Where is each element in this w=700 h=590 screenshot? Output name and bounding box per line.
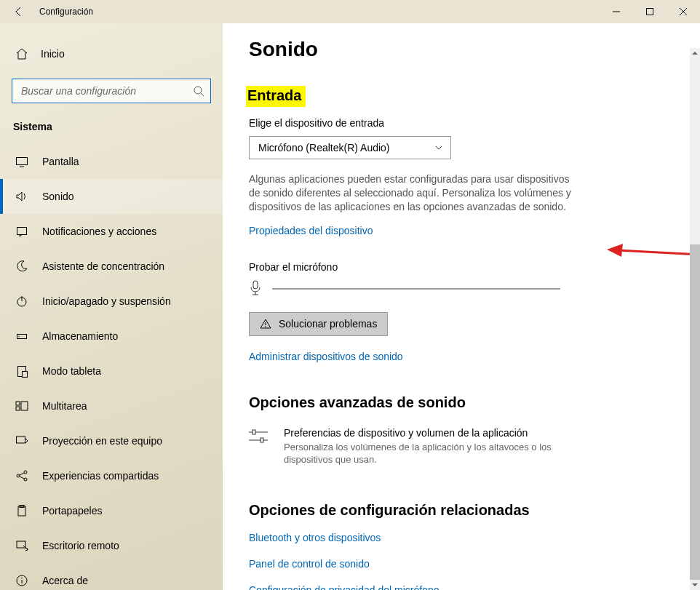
section-heading-advanced: Opciones avanzadas de sonido (249, 394, 674, 411)
power-icon (15, 294, 29, 308)
mic-privacy-link[interactable]: Configuración de privacidad del micrófon… (249, 584, 674, 590)
sidebar-item-escritorio-remoto[interactable]: Escritorio remoto (0, 528, 223, 563)
sidebar-item-almacenamiento[interactable]: Almacenamiento (0, 319, 223, 354)
search-wrap (12, 79, 211, 103)
manage-devices-link[interactable]: Administrar dispositivos de sonido (249, 351, 674, 362)
titlebar: Configuración (0, 0, 700, 23)
close-button[interactable] (667, 0, 700, 23)
sidebar-item-asistente[interactable]: Asistente de concentración (0, 249, 223, 284)
page-title: Sonido (249, 38, 674, 61)
page: Sonido Entrada Elige el dispositivo de e… (223, 23, 700, 590)
input-note: Algunas aplicaciones pueden estar config… (249, 172, 572, 214)
svg-rect-14 (23, 372, 28, 378)
minimize-button[interactable] (600, 0, 633, 23)
input-device-select[interactable]: Micrófono (Realtek(R) Audio) (249, 136, 451, 159)
sidebar-item-label: Portapapeles (42, 505, 103, 517)
project-icon (15, 434, 29, 448)
svg-rect-36 (252, 430, 255, 434)
sidebar-item-label: Almacenamiento (42, 330, 118, 342)
svg-point-20 (24, 471, 27, 474)
svg-rect-16 (16, 407, 20, 410)
body: Inicio Sistema Pantalla Sonido (0, 23, 700, 590)
troubleshoot-button[interactable]: Solucionar problemas (249, 312, 388, 336)
device-properties-link[interactable]: Propiedades del dispositivo (249, 225, 373, 236)
sidebar-item-portapapeles[interactable]: Portapapeles (0, 493, 223, 528)
microphone-icon (249, 280, 262, 296)
content-area: Sonido Entrada Elige el dispositivo de e… (223, 23, 700, 590)
sidebar-item-sonido[interactable]: Sonido (0, 179, 223, 214)
sidebar-item-proyeccion[interactable]: Proyección en este equipo (0, 423, 223, 458)
mic-test-row (249, 280, 674, 296)
sidebar-item-label: Escritorio remoto (42, 540, 119, 551)
sidebar-item-multitarea[interactable]: Multitarea (0, 388, 223, 423)
sidebar-item-notificaciones[interactable]: Notificaciones y acciones (0, 214, 223, 249)
advanced-item-title: Preferencias de dispositivo y volumen de… (284, 427, 584, 439)
sidebar-item-label: Experiencias compartidas (42, 470, 159, 482)
sidebar-item-label: Modo tableta (42, 365, 101, 377)
advanced-item[interactable]: Preferencias de dispositivo y volumen de… (249, 427, 584, 466)
svg-point-34 (265, 326, 266, 327)
home-icon (15, 47, 29, 61)
section-heading-entrada: Entrada (249, 86, 674, 107)
sidebar: Inicio Sistema Pantalla Sonido (0, 23, 223, 590)
sidebar-item-label: Proyección en este equipo (42, 435, 162, 447)
search-box[interactable] (12, 79, 211, 103)
search-input[interactable] (21, 85, 193, 97)
scroll-down-icon[interactable] (690, 580, 700, 590)
maximize-button[interactable] (633, 0, 667, 23)
window-title: Configuración (39, 7, 93, 17)
home-label: Inicio (41, 48, 65, 60)
home-link[interactable]: Inicio (0, 41, 223, 67)
sidebar-item-pantalla[interactable]: Pantalla (0, 144, 223, 179)
about-icon (15, 573, 29, 588)
sidebar-item-label: Acerca de (42, 575, 88, 586)
sidebar-item-energia[interactable]: Inicio/apagado y suspensión (0, 284, 223, 319)
sidebar-item-label: Multitarea (42, 400, 87, 412)
section-heading-related: Opciones de configuración relacionadas (249, 502, 674, 519)
choose-device-label: Elige el dispositivo de entrada (249, 117, 674, 129)
scroll-up-icon[interactable] (690, 48, 700, 58)
scroll-thumb[interactable] (690, 244, 700, 590)
svg-point-4 (194, 87, 202, 94)
notification-icon (15, 224, 29, 239)
sidebar-item-experiencias[interactable]: Experiencias compartidas (0, 458, 223, 493)
troubleshoot-label: Solucionar problemas (279, 318, 377, 330)
display-icon (15, 154, 29, 169)
svg-rect-15 (16, 402, 20, 405)
sidebar-item-label: Pantalla (42, 156, 79, 167)
titlebar-left: Configuración (0, 6, 93, 17)
bluetooth-link[interactable]: Bluetooth y otros dispositivos (249, 532, 674, 543)
svg-rect-18 (17, 436, 25, 443)
multitask-icon (15, 399, 29, 413)
svg-line-5 (201, 93, 204, 96)
scrollbar[interactable] (690, 48, 700, 590)
warning-icon (260, 318, 271, 330)
svg-rect-17 (21, 402, 28, 410)
category-title: Sistema (0, 116, 223, 144)
test-mic-label: Probar el micrófono (249, 261, 674, 273)
tablet-icon (15, 364, 29, 378)
nav-list: Pantalla Sonido Notificaciones y accione… (0, 144, 223, 590)
sound-icon (15, 189, 29, 204)
remote-icon (15, 538, 29, 553)
search-icon (193, 85, 204, 97)
svg-line-23 (20, 477, 24, 479)
sidebar-item-label: Inicio/apagado y suspensión (42, 295, 171, 307)
svg-rect-38 (260, 438, 263, 442)
mic-level-bar (272, 288, 560, 290)
back-icon[interactable] (13, 6, 25, 17)
sidebar-item-label: Asistente de concentración (42, 260, 164, 272)
svg-point-21 (24, 478, 27, 481)
control-panel-link[interactable]: Panel de control de sonido (249, 558, 674, 570)
sidebar-item-tableta[interactable]: Modo tableta (0, 354, 223, 388)
svg-point-12 (18, 336, 19, 337)
svg-point-19 (17, 474, 20, 477)
moon-icon (15, 259, 29, 274)
sidebar-item-acerca[interactable]: Acerca de (0, 563, 223, 590)
advanced-item-text: Preferencias de dispositivo y volumen de… (284, 427, 584, 466)
window-controls (600, 0, 700, 23)
settings-window: Configuración Inicio (0, 0, 700, 590)
svg-rect-30 (253, 281, 258, 289)
select-value: Micrófono (Realtek(R) Audio) (258, 142, 390, 154)
svg-rect-1 (647, 9, 653, 15)
